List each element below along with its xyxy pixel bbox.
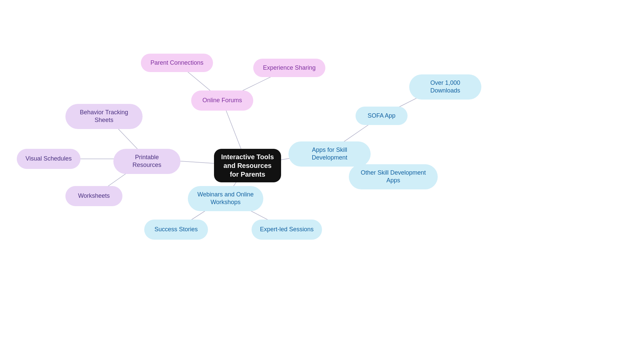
node-center[interactable]: Interactive Tools and Resources for Pare… xyxy=(214,149,281,182)
node-behavior-tracking[interactable]: Behavior Tracking Sheets xyxy=(65,104,143,129)
node-webinars-workshops[interactable]: Webinars and Online Workshops xyxy=(188,186,263,211)
node-other-skill-apps[interactable]: Other Skill Development Apps xyxy=(349,164,438,189)
node-parent-connections[interactable]: Parent Connections xyxy=(141,54,213,72)
connections-svg xyxy=(0,0,644,363)
node-printable-resources[interactable]: Printable Resources xyxy=(113,149,180,174)
node-apps-skill-development[interactable]: Apps for Skill Development xyxy=(288,141,371,167)
node-expert-led-sessions[interactable]: Expert-led Sessions xyxy=(252,220,322,240)
node-experience-sharing[interactable]: Experience Sharing xyxy=(253,59,325,77)
mindmap-container: Interactive Tools and Resources for Pare… xyxy=(0,0,644,363)
node-online-forums[interactable]: Online Forums xyxy=(191,90,253,111)
node-sofa-app[interactable]: SOFA App xyxy=(356,107,408,125)
node-over-1000-downloads[interactable]: Over 1,000 Downloads xyxy=(409,74,481,100)
node-visual-schedules[interactable]: Visual Schedules xyxy=(17,149,80,169)
node-worksheets[interactable]: Worksheets xyxy=(65,186,122,206)
node-success-stories[interactable]: Success Stories xyxy=(144,220,208,240)
